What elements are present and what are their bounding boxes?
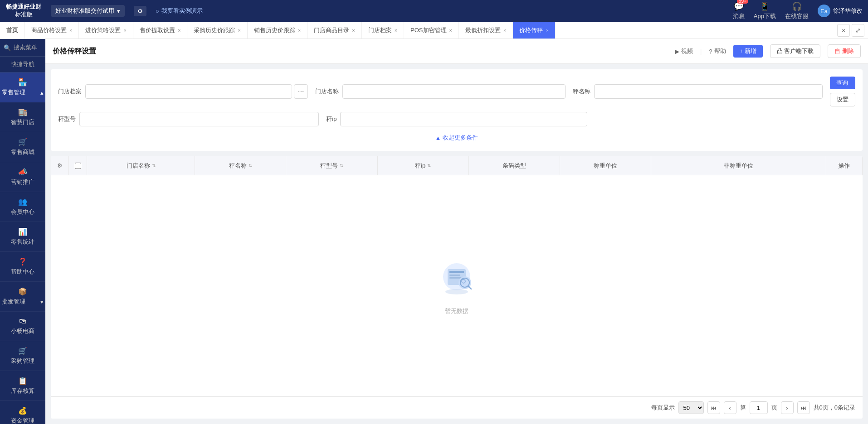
sidebar-quick-nav[interactable]: 快捷导航 <box>0 57 45 72</box>
settings-btn[interactable]: ⚙ <box>134 6 146 16</box>
settings-button[interactable]: 设置 <box>830 93 855 106</box>
store-profile-input[interactable] <box>85 84 292 99</box>
tab-price-transmit[interactable]: 价格传秤 × <box>513 22 555 39</box>
tab-price-settings[interactable]: 商品价格设置 × <box>25 22 79 39</box>
close-tab-pos-manage[interactable]: × <box>449 28 452 33</box>
sort-shop-name-icon[interactable]: ⇅ <box>152 163 156 168</box>
delete-button[interactable]: 自 删除 <box>828 44 861 58</box>
scale-model-label: 秆型号 <box>58 115 76 123</box>
scale-ip-input[interactable] <box>340 112 587 126</box>
stats-icon: 📊 <box>18 227 27 236</box>
user-name: 徐泽华修改 <box>833 7 863 15</box>
add-button[interactable]: + 新增 <box>733 45 763 58</box>
sort-scale-ip-icon[interactable]: ⇅ <box>427 163 431 168</box>
sidebar-item-marketing[interactable]: 📣 营销推广 <box>0 162 45 192</box>
tab-min-discount[interactable]: 最低折扣设置 × <box>459 22 513 39</box>
app-name: 畅捷通好业财 <box>6 3 41 11</box>
close-tab-store-catalog[interactable]: × <box>352 28 355 33</box>
close-tab-min-discount[interactable]: × <box>503 28 506 33</box>
sort-scale-name-icon[interactable]: ⇅ <box>249 163 252 168</box>
video-icon: ▶ <box>675 48 679 55</box>
store-profile-ellipsis-btn[interactable]: ··· <box>294 84 308 99</box>
sidebar-item-smart-store[interactable]: 🏬 智慧门店 <box>0 102 45 132</box>
download-icon: 📱 <box>760 1 770 11</box>
prev-page-btn[interactable]: ‹ <box>724 401 736 414</box>
close-tab-btn[interactable]: × <box>837 24 850 37</box>
user-area[interactable]: Ea 徐泽华修改 <box>818 5 863 17</box>
message-btn[interactable]: 💬 99+ 消息 <box>733 1 745 20</box>
tab-sale-pickup[interactable]: 售价提取设置 × <box>133 22 187 39</box>
sidebar-item-small-ecom[interactable]: 🛍 小畅电商 <box>0 312 45 341</box>
sidebar-item-purchase[interactable]: 🛒 采购管理 <box>0 341 45 371</box>
th-settings[interactable]: ⚙ <box>51 156 69 175</box>
close-tab-price-settings[interactable]: × <box>69 28 72 33</box>
th-checkbox[interactable] <box>69 156 87 175</box>
message-badge: 99+ <box>737 0 748 4</box>
scale-model-item: 秆型号 <box>58 112 319 126</box>
help-link[interactable]: ? 帮助 <box>709 47 726 55</box>
tab-home[interactable]: 首页 <box>0 22 25 39</box>
sidebar-item-retail-stats[interactable]: 📊 零售统计 <box>0 222 45 252</box>
form-row-1: 门店档案 ··· 门店名称 秤名称 查询 设置 <box>58 77 855 106</box>
query-button[interactable]: 查询 <box>830 77 855 89</box>
sidebar-item-retail-mall[interactable]: 🛒 零售商城 <box>0 132 45 162</box>
store-name-input[interactable] <box>342 84 565 99</box>
tab-pos-manage[interactable]: POS加密管理 × <box>404 22 459 39</box>
top-bar-right: 💬 99+ 消息 📱 App下载 🎧 在线客服 Ea 徐泽华修改 <box>733 1 863 20</box>
sidebar-item-wholesale[interactable]: 📦 批发管理 ▾ <box>0 282 45 312</box>
page-header-right: ▶ 视频 | ? 帮助 + 新增 凸 客户端下载 自 删除 <box>675 44 861 58</box>
scale-model-input[interactable] <box>79 112 319 126</box>
sort-scale-model-icon[interactable]: ⇅ <box>340 163 343 168</box>
first-page-btn[interactable]: ⏮ <box>707 401 720 414</box>
inventory-icon: 📋 <box>18 376 27 385</box>
scale-name-input[interactable] <box>594 84 823 99</box>
sidebar-item-help[interactable]: ❓ 帮助中心 <box>0 252 45 282</box>
member-icon: 👥 <box>18 198 27 206</box>
close-tab-store-profile[interactable]: × <box>395 28 397 33</box>
tab-sale-history[interactable]: 销售历史价跟踪 × <box>248 22 307 39</box>
select-all-checkbox[interactable] <box>75 163 81 169</box>
close-tab-sale-pickup[interactable]: × <box>178 28 180 33</box>
empty-illustration <box>434 256 479 302</box>
close-tab-purchase-strategy[interactable]: × <box>123 28 126 33</box>
maximize-tab-btn[interactable]: ⤢ <box>852 24 864 37</box>
next-page-btn[interactable]: › <box>781 401 794 414</box>
svg-point-1 <box>445 289 468 294</box>
last-page-btn[interactable]: ⏭ <box>797 401 810 414</box>
sidebar-item-member[interactable]: 👥 会员中心 <box>0 192 45 222</box>
empty-text: 暂无数据 <box>445 307 468 315</box>
download-button[interactable]: 凸 客户端下载 <box>770 44 821 58</box>
search-icon: 🔍 <box>4 44 11 51</box>
top-bar: 畅捷通好业财 标准版 好业财标准版交付试用 ▾ ⚙ ○ 我要看实例演示 💬 99… <box>0 0 868 22</box>
tab-purchase-strategy[interactable]: 进价策略设置 × <box>79 22 133 39</box>
sidebar-item-retail[interactable]: 🏪 零售管理 ▴ <box>0 72 45 102</box>
demo-link[interactable]: ○ 我要看实例演示 <box>156 7 203 15</box>
smart-store-icon: 🏬 <box>18 108 27 116</box>
store-name-label: 门店名称 <box>315 87 339 96</box>
scale-name-item: 秤名称 <box>573 84 823 99</box>
app-download-btn[interactable]: 📱 App下载 <box>754 1 776 20</box>
version-select[interactable]: 好业财标准版交付试用 ▾ <box>51 5 125 17</box>
tab-store-profile[interactable]: 门店档案 × <box>362 22 404 39</box>
th-action: 操作 <box>826 156 863 175</box>
tab-store-catalog[interactable]: 门店商品目录 × <box>307 22 361 39</box>
page-header: 价格传秤设置 ▶ 视频 | ? 帮助 + 新增 凸 客户端下载 自 删除 <box>45 39 868 64</box>
video-link[interactable]: ▶ 视频 <box>675 47 693 55</box>
svg-rect-3 <box>449 271 464 273</box>
collapse-btn[interactable]: ▲ 收起更多条件 <box>58 132 855 144</box>
sidebar-item-inventory[interactable]: 📋 库存核算 <box>0 371 45 401</box>
app-logo: 畅捷通好业财 标准版 <box>5 3 42 19</box>
demo-icon: ○ <box>156 8 159 14</box>
svg-rect-4 <box>449 275 460 276</box>
tab-purchase-history[interactable]: 采购历史价跟踪 × <box>187 22 247 39</box>
page-number-input[interactable] <box>750 401 768 414</box>
per-page-select[interactable]: 50 10 20 100 <box>678 401 704 414</box>
chevron-down-icon: ▾ <box>40 299 44 305</box>
close-tab-sale-history[interactable]: × <box>298 28 301 33</box>
close-tab-price-transmit[interactable]: × <box>546 28 548 33</box>
online-service-btn[interactable]: 🎧 在线客服 <box>785 1 809 20</box>
sidebar-search[interactable]: 🔍 搜索菜单 <box>0 39 45 57</box>
th-scale-ip: 秤ip ⇅ <box>378 156 469 175</box>
close-tab-purchase-history[interactable]: × <box>238 28 240 33</box>
sidebar-item-finance[interactable]: 💰 资金管理 <box>0 401 45 424</box>
